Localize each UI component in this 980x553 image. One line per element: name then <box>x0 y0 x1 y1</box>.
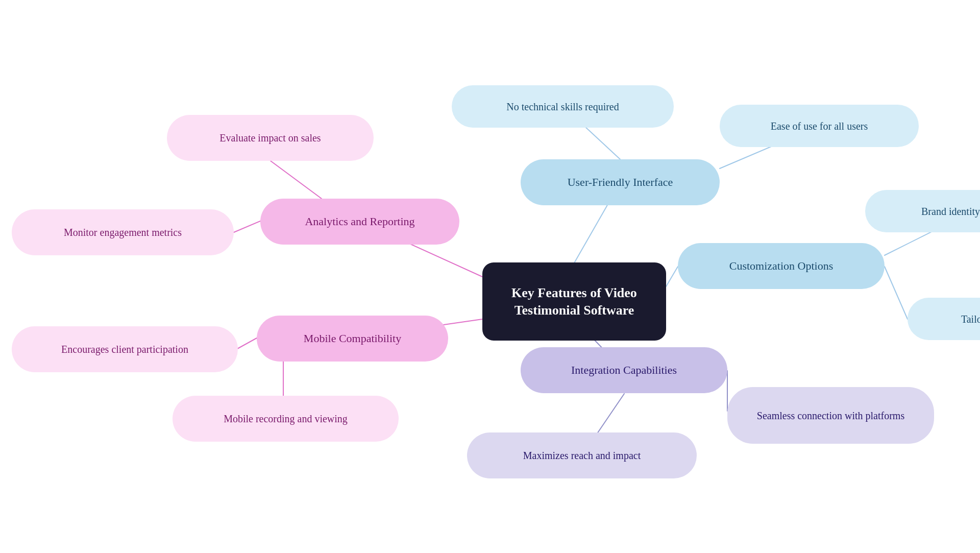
svg-line-10 <box>237 338 257 349</box>
node-tailored-forms: Tailored feedback forms <box>908 298 980 340</box>
node-ease-of-use: Ease of use for all users <box>720 105 919 147</box>
node-integration: Integration Capabilities <box>521 347 727 393</box>
node-analytics: Analytics and Reporting <box>260 199 459 245</box>
node-customization: Customization Options <box>678 243 885 289</box>
node-mobile: Mobile Compatibility <box>257 316 448 362</box>
svg-line-5 <box>885 267 908 319</box>
svg-line-13 <box>271 161 322 199</box>
node-maximizes: Maximizes reach and impact <box>467 432 697 478</box>
node-client-participation: Encourages client participation <box>12 326 238 372</box>
center-node: Key Features of Video Testimonial Softwa… <box>482 262 666 341</box>
node-monitor-engagement: Monitor engagement metrics <box>12 209 234 255</box>
svg-line-3 <box>666 267 678 286</box>
node-no-technical: No technical skills required <box>452 85 674 128</box>
node-seamless: Seamless connection with platforms <box>727 387 934 444</box>
node-mobile-recording: Mobile recording and viewing <box>173 396 399 442</box>
node-evaluate-impact: Evaluate impact on sales <box>167 115 374 161</box>
svg-line-14 <box>234 221 260 232</box>
node-brand-identity: Brand identity alignment <box>865 190 980 232</box>
node-user-friendly: User-Friendly Interface <box>521 159 720 205</box>
